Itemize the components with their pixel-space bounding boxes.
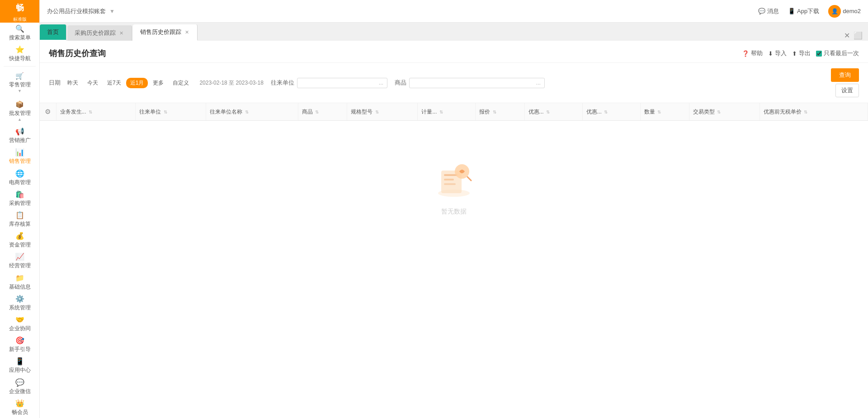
sort-arrows-biz-date: ⇅	[89, 109, 92, 114]
tab-purchase-history-close[interactable]: ✕	[118, 30, 124, 36]
export-icon: ⬆	[792, 50, 797, 57]
sidebar-item-quick-nav[interactable]: ⭐ 快捷导航	[0, 43, 39, 64]
sidebar-item-search[interactable]: 🔍 搜索菜单	[0, 23, 39, 43]
settings-button[interactable]: 设置	[835, 84, 859, 97]
sidebar-item-member[interactable]: 👑 畅会员	[0, 397, 39, 418]
user-profile[interactable]: 👤 demo2	[828, 5, 861, 18]
th-trade-type[interactable]: 交易类型 ⇅	[689, 103, 760, 121]
export-button[interactable]: ⬆ 导出	[792, 49, 811, 57]
topbar-right: 💬 消息 📱 App下载 👤 demo2	[758, 5, 861, 18]
sidebar-item-ecommerce[interactable]: 🌐 电商管理	[0, 167, 39, 188]
sidebar-item-operations[interactable]: 📈 经营管理	[0, 251, 39, 271]
sidebar-item-label: 资金管理	[9, 241, 31, 249]
only-last-checkbox[interactable]	[816, 51, 822, 57]
date-btn-yesterday[interactable]: 昨天	[63, 78, 82, 88]
app-download-button[interactable]: 📱 App下载	[788, 7, 819, 15]
svg-line-6	[467, 177, 471, 180]
sidebar-item-wholesale[interactable]: 📦 批发管理 ▲	[0, 97, 39, 125]
tab-sales-history-close[interactable]: ✕	[184, 29, 190, 35]
sidebar-item-inventory[interactable]: 📋 库存核算	[0, 209, 39, 230]
gear-icon[interactable]: ⚙	[43, 108, 52, 116]
th-partner-code[interactable]: 往来单位 ⇅	[136, 103, 206, 121]
message-button[interactable]: 💬 消息	[758, 7, 779, 15]
app-download-label: App下载	[797, 7, 819, 15]
th-biz-date[interactable]: 业务发生... ⇅	[56, 103, 136, 121]
product-input-wrap[interactable]: ...	[409, 78, 545, 88]
date-btn-7days[interactable]: 近7天	[103, 78, 125, 88]
th-partner-name[interactable]: 往来单位名称 ⇅	[206, 103, 298, 121]
date-btn-1month[interactable]: 近1月	[126, 78, 148, 88]
guide-icon: 🎯	[15, 336, 24, 345]
query-button[interactable]: 查询	[831, 68, 859, 82]
export-label: 导出	[799, 49, 811, 57]
sidebar-item-enterprise-wx[interactable]: 💬 企业微信	[0, 376, 39, 397]
tabs-actions: ✕ ⬜	[844, 31, 868, 41]
only-last-checkbox-wrap[interactable]: 只看最后一次	[816, 49, 859, 57]
product-input-dots[interactable]: ...	[536, 80, 541, 86]
date-btn-today[interactable]: 今天	[83, 78, 102, 88]
topbar: 办公用品行业模拟账套 ▼ 💬 消息 📱 App下载 👤 demo2	[40, 0, 868, 23]
date-btn-more[interactable]: 更多	[149, 78, 168, 88]
sidebar-item-sales-mgmt[interactable]: 📊 销售管理	[0, 146, 39, 167]
th-discount2-label: 优惠...	[586, 109, 602, 115]
th-product[interactable]: 商品 ⇅	[298, 103, 347, 121]
product-input[interactable]	[413, 80, 536, 86]
system-icon: ⚙️	[15, 294, 24, 303]
sidebar-item-label: 库存核算	[9, 220, 31, 228]
partner-input-wrap[interactable]: ...	[297, 78, 387, 88]
page-actions: ❓ 帮助 ⬇ 导入 ⬆ 导出 只看最后一次	[742, 49, 859, 57]
sidebar-item-label: 企业微信	[9, 388, 31, 395]
app-logo[interactable]: 畅 标准版	[0, 0, 39, 23]
tab-close-action[interactable]: ✕	[844, 31, 850, 40]
sort-arrows-partner-name: ⇅	[245, 109, 249, 114]
sidebar-item-label: 搜索菜单	[9, 34, 31, 42]
topbar-dropdown-icon[interactable]: ▼	[109, 8, 115, 14]
help-icon: ❓	[742, 50, 749, 57]
sort-arrows-trade-type: ⇅	[717, 109, 721, 114]
username-label: demo2	[843, 8, 861, 14]
import-button[interactable]: ⬇ 导入	[768, 49, 787, 57]
sidebar-item-finance[interactable]: 💰 资金管理	[0, 230, 39, 251]
svg-rect-4	[444, 183, 456, 185]
tab-purchase-history[interactable]: 采购历史价跟踪 ✕	[67, 25, 132, 41]
sidebar-item-label: 应用中心	[9, 366, 31, 374]
th-partner-code-label: 往来单位	[139, 109, 161, 115]
th-discount2[interactable]: 优惠... ⇅	[582, 103, 640, 121]
th-unit[interactable]: 计量... ⇅	[418, 103, 476, 121]
sidebar-item-label: 经营管理	[9, 262, 31, 270]
partner-input-dots[interactable]: ...	[379, 80, 383, 86]
th-discount1-label: 优惠...	[528, 109, 544, 115]
th-price[interactable]: 报价 ⇅	[476, 103, 524, 121]
sidebar-item-marketing[interactable]: 📢 营销推广	[0, 125, 39, 146]
table-wrapper: ⚙ 业务发生... ⇅ 往来单位 ⇅ 往来单位名称 ⇅	[40, 103, 868, 418]
sidebar-item-app-center[interactable]: 📱 应用中心	[0, 355, 39, 376]
th-discount1[interactable]: 优惠... ⇅	[524, 103, 582, 121]
sort-arrows-price: ⇅	[493, 109, 496, 114]
partner-input[interactable]	[301, 80, 379, 86]
th-price-notax[interactable]: 优惠前无税单价 ⇅	[760, 103, 868, 121]
retail-icon: 🛒	[15, 72, 24, 80]
message-label: 消息	[767, 7, 779, 15]
sidebar-item-guide[interactable]: 🎯 新手引导	[0, 334, 39, 355]
date-filter-group: 日期 昨天 今天 近7天 近1月 更多 自定义 2023-02-18 至 202…	[49, 78, 264, 88]
sidebar-item-enterprise[interactable]: 🤝 企业协同	[0, 314, 39, 334]
th-trade-type-label: 交易类型	[693, 109, 715, 115]
chevron-down-icon: ▼	[18, 89, 22, 93]
sidebar-item-purchase[interactable]: 🛍️ 采购管理	[0, 188, 39, 209]
filter-bar: 日期 昨天 今天 近7天 近1月 更多 自定义 2023-02-18 至 202…	[40, 63, 868, 103]
sidebar-item-basic-info[interactable]: 📁 基础信息	[0, 272, 39, 293]
sidebar-item-system[interactable]: ⚙️ 系统管理	[0, 293, 39, 314]
th-qty[interactable]: 数量 ⇅	[640, 103, 689, 121]
th-spec[interactable]: 规格型号 ⇅	[347, 103, 418, 121]
product-filter-label: 商品	[395, 79, 406, 87]
tab-home[interactable]: 首页	[40, 24, 66, 41]
date-btn-custom[interactable]: 自定义	[169, 78, 193, 88]
date-buttons: 昨天 今天 近7天 近1月 更多 自定义	[63, 78, 193, 88]
sidebar-item-retail[interactable]: 🛒 零售管理 ▼	[0, 68, 39, 97]
tab-sales-history[interactable]: 销售历史价跟踪 ✕	[133, 24, 198, 41]
date-range-display: 2023-02-18 至 2023-03-18	[199, 79, 263, 87]
empty-state: 暂无数据	[40, 121, 868, 252]
th-qty-label: 数量	[644, 109, 655, 115]
tab-maximize-action[interactable]: ⬜	[854, 31, 863, 40]
help-button[interactable]: ❓ 帮助	[742, 49, 763, 57]
